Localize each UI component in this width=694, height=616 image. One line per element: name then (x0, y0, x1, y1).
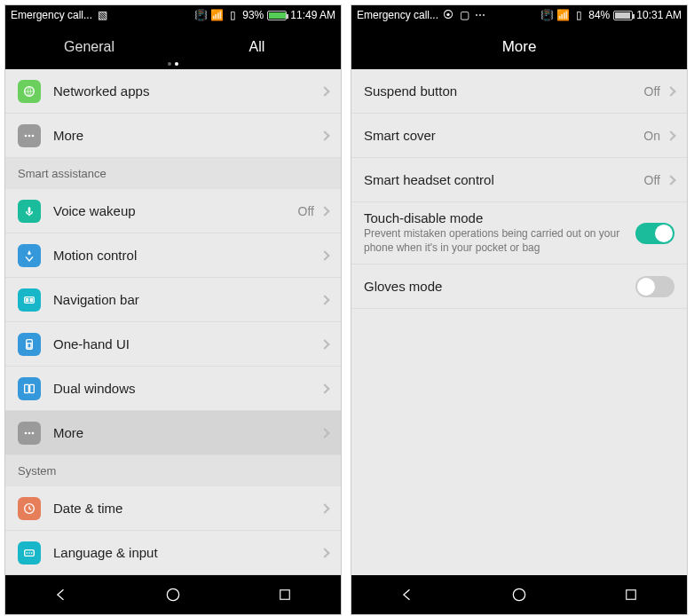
row-label: More (53, 425, 321, 440)
back-button[interactable] (43, 577, 79, 612)
voice-icon (18, 200, 41, 223)
row-value: Off (644, 173, 660, 187)
row-label: Smart cover (364, 128, 643, 143)
row-value: On (643, 129, 660, 143)
row-label: Navigation bar (53, 292, 321, 307)
chevron-right-icon (666, 86, 675, 96)
svg-point-19 (513, 588, 524, 600)
wifi-icon: 📶 (556, 9, 569, 21)
chevron-right-icon (319, 130, 329, 140)
more-icon (18, 422, 41, 445)
svg-rect-9 (28, 343, 31, 347)
tab-general[interactable]: General (5, 39, 173, 55)
svg-rect-11 (30, 384, 35, 392)
row-label: Gloves mode (364, 279, 635, 294)
row-suspend-button[interactable]: Suspend button Off (351, 69, 687, 114)
row-smart-headset[interactable]: Smart headset control Off (351, 158, 687, 202)
more-icon (18, 124, 41, 147)
home-button[interactable] (155, 577, 191, 612)
network-icon (18, 80, 41, 103)
settings-list: Networked apps More Smart assistance Voi… (5, 69, 341, 575)
row-networked-apps[interactable]: Networked apps (5, 69, 341, 114)
svg-rect-4 (28, 207, 31, 213)
recent-button[interactable] (613, 577, 649, 612)
svg-point-3 (32, 134, 35, 137)
chevron-right-icon (319, 250, 329, 260)
row-label: Dual windows (53, 381, 321, 396)
section-system: System (5, 455, 341, 486)
chevron-right-icon (319, 503, 329, 513)
touch-disable-toggle[interactable] (635, 223, 674, 244)
svg-rect-18 (280, 590, 290, 600)
tab-all[interactable]: All (173, 39, 341, 55)
row-date-time[interactable]: Date & time (5, 486, 341, 531)
clock-icon (18, 497, 41, 520)
row-label: More (53, 128, 321, 143)
navbar-icon (18, 288, 41, 312)
svg-rect-6 (27, 298, 28, 301)
language-icon (18, 541, 41, 565)
section-smart-assistance: Smart assistance (5, 158, 341, 189)
row-label: Motion control (53, 248, 321, 263)
row-voice-wakeup[interactable]: Voice wakeup Off (5, 189, 341, 233)
back-button[interactable] (390, 577, 425, 612)
svg-point-14 (32, 431, 35, 434)
page-title: More (351, 25, 687, 69)
svg-point-12 (25, 431, 28, 434)
row-touch-disable[interactable]: Touch-disable mode Prevent mistaken oper… (351, 202, 687, 265)
right-phone-screen: Emergency call... ⦿ ▢ ⋯ 📳 📶 ▯ 84% 10:31 … (351, 4, 688, 615)
row-gloves-mode[interactable]: Gloves mode (351, 265, 687, 309)
row-label: One-hand UI (53, 336, 321, 351)
screenshot-icon: ▢ (458, 9, 470, 21)
more-settings-list: Suspend button Off Smart cover On Smart … (351, 69, 687, 575)
row-label: Suspend button (364, 83, 644, 99)
carrier-text: Emergency call... (357, 9, 438, 21)
row-motion-control[interactable]: Motion control (5, 233, 341, 278)
clock: 10:31 AM (636, 9, 682, 21)
home-button[interactable] (501, 577, 537, 612)
clock: 11:49 AM (290, 9, 335, 21)
row-navigation-bar[interactable]: Navigation bar (5, 278, 341, 322)
gloves-mode-toggle[interactable] (635, 276, 674, 297)
tab-bar: General All (5, 25, 341, 69)
one-hand-icon (18, 333, 41, 356)
chevron-right-icon (319, 86, 329, 96)
chevron-right-icon (666, 175, 675, 185)
row-label: Date & time (53, 501, 321, 516)
nav-bar (351, 575, 687, 614)
dual-windows-icon (18, 377, 41, 400)
svg-rect-7 (30, 298, 32, 301)
status-bar: Emergency call... ⦿ ▢ ⋯ 📳 📶 ▯ 84% 10:31 … (351, 5, 687, 25)
left-phone-screen: Emergency call... ▧ 📳 📶 ▯ 93% 11:49 AM G… (4, 4, 342, 615)
chevron-right-icon (319, 383, 329, 393)
row-dual-windows[interactable]: Dual windows (5, 367, 341, 411)
status-bar: Emergency call... ▧ 📳 📶 ▯ 93% 11:49 AM (5, 5, 341, 25)
row-value: Off (644, 84, 660, 99)
location-icon: ⦿ (442, 9, 454, 21)
row-label: Touch-disable mode (364, 210, 635, 225)
sim-icon: ▯ (226, 9, 239, 21)
sim-icon: ▯ (572, 9, 585, 21)
row-one-hand-ui[interactable]: One-hand UI (5, 322, 341, 367)
chevron-right-icon (319, 206, 329, 216)
chevron-right-icon (319, 339, 329, 349)
nav-bar (5, 575, 341, 614)
row-label: Smart headset control (364, 172, 644, 187)
row-label: Language & input (53, 545, 321, 560)
chevron-right-icon (319, 548, 329, 557)
row-more-1[interactable]: More (5, 114, 341, 158)
battery-pct: 84% (588, 9, 610, 21)
svg-point-2 (28, 134, 31, 137)
battery-pct: 93% (242, 9, 264, 21)
svg-point-1 (25, 134, 28, 137)
chevron-right-icon (319, 428, 329, 438)
tab-indicator (168, 62, 178, 66)
row-language-input[interactable]: Language & input (5, 531, 341, 575)
wifi-icon: 📶 (210, 9, 223, 21)
chevron-right-icon (666, 130, 675, 140)
row-more-2[interactable]: More (5, 411, 341, 455)
recent-button[interactable] (267, 577, 303, 612)
svg-point-17 (167, 588, 178, 600)
more-notif-icon: ⋯ (474, 9, 486, 21)
row-smart-cover[interactable]: Smart cover On (351, 114, 687, 158)
